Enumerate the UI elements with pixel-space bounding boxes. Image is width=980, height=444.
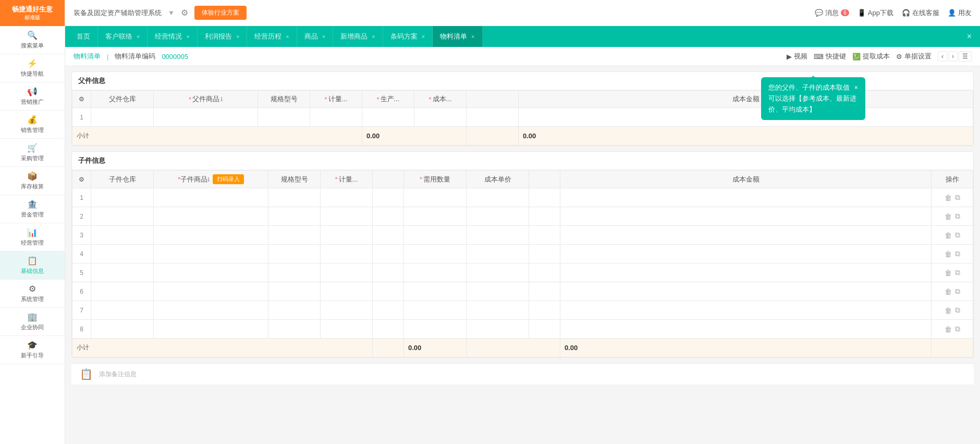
sidebar-item-marketing[interactable]: 📢 营销推广 xyxy=(0,82,65,111)
sidebar-item-purchase[interactable]: 🛒 采购管理 xyxy=(0,139,65,167)
tab-profit-close[interactable]: × xyxy=(236,33,239,40)
extract-cost-btn[interactable]: 💹 提取成本 xyxy=(852,52,890,61)
copy-icon-8[interactable]: ⧉ xyxy=(955,325,960,333)
child-row-spec-5[interactable] xyxy=(268,263,321,282)
tab-home[interactable]: 首页 xyxy=(69,26,98,47)
sidebar-item-enterprise[interactable]: 🏢 企业协同 xyxy=(0,308,65,336)
child-row-qty-3[interactable] xyxy=(404,226,467,245)
copy-icon-3[interactable]: ⧉ xyxy=(955,231,960,239)
child-row-warehouse-7[interactable] xyxy=(91,301,154,320)
copy-icon-5[interactable]: ⧉ xyxy=(955,268,960,277)
experience-btn[interactable]: 体验行业方案 xyxy=(194,6,247,20)
child-row-spec-3[interactable] xyxy=(268,226,321,245)
child-row-spec-2[interactable] xyxy=(268,207,321,226)
delete-icon-8[interactable]: 🗑 xyxy=(945,325,952,333)
child-row-warehouse-4[interactable] xyxy=(91,245,154,263)
note-label[interactable]: 添加备注信息 xyxy=(99,370,137,379)
delete-icon-3[interactable]: 🗑 xyxy=(945,231,952,239)
child-row-goods-4[interactable] xyxy=(154,245,268,263)
child-row-qty-7[interactable] xyxy=(404,301,467,320)
app-download-action[interactable]: 📱 App下载 xyxy=(858,8,893,18)
child-row-unit-4[interactable] xyxy=(321,245,373,263)
single-settings-btn[interactable]: ⚙ 单据设置 xyxy=(896,52,932,61)
child-row-unit-2[interactable] xyxy=(321,207,373,226)
child-row-spec-6[interactable] xyxy=(268,282,321,301)
child-row-goods-8[interactable] xyxy=(154,320,268,339)
sidebar-item-guide[interactable]: 🎓 新手引导 xyxy=(0,336,65,364)
child-row-warehouse-2[interactable] xyxy=(91,207,154,226)
child-row-goods-5[interactable] xyxy=(154,263,268,282)
tab-bom[interactable]: 物料清单 × xyxy=(433,26,482,47)
copy-icon-2[interactable]: ⧉ xyxy=(955,212,960,221)
copy-icon-1[interactable]: ⧉ xyxy=(955,193,960,202)
tab-goods-close[interactable]: × xyxy=(322,33,325,40)
message-action[interactable]: 💬 消息 6 xyxy=(815,8,849,18)
scan-input-btn[interactable]: 扫码录入 xyxy=(213,174,244,184)
tab-barcode[interactable]: 条码方案 × xyxy=(383,26,433,47)
tab-history-close[interactable]: × xyxy=(286,33,289,40)
child-row-qty-4[interactable] xyxy=(404,245,467,263)
delete-icon-1[interactable]: 🗑 xyxy=(945,194,952,202)
user-action[interactable]: 👤 用友 xyxy=(948,8,972,18)
tab-operations-close[interactable]: × xyxy=(186,33,189,40)
child-row-goods-3[interactable] xyxy=(154,226,268,245)
child-row-unitcost-3[interactable] xyxy=(467,226,529,245)
sidebar-item-quicknav[interactable]: ⚡ 快捷导航 xyxy=(0,54,65,82)
child-row-unit-3[interactable] xyxy=(321,226,373,245)
delete-icon-5[interactable]: 🗑 xyxy=(945,269,952,277)
child-row-spec-8[interactable] xyxy=(268,320,321,339)
sidebar-item-search[interactable]: 🔍 搜索菜单 xyxy=(0,26,65,54)
child-row-goods-2[interactable] xyxy=(154,207,268,226)
parent-row-produce[interactable] xyxy=(362,108,414,127)
child-row-qty-5[interactable] xyxy=(404,263,467,282)
tab-operations[interactable]: 经营情况 × xyxy=(148,26,197,47)
child-row-unit-7[interactable] xyxy=(321,301,373,320)
parent-row-cost[interactable] xyxy=(414,108,467,127)
child-row-unit-6[interactable] xyxy=(321,282,373,301)
child-row-spec-1[interactable] xyxy=(268,188,321,207)
th-child-settings[interactable]: ⚙ xyxy=(72,171,91,188)
tab-profit[interactable]: 利润报告 × xyxy=(198,26,247,47)
child-row-goods-7[interactable] xyxy=(154,301,268,320)
child-row-unitcost-6[interactable] xyxy=(467,282,529,301)
sidebar-item-system[interactable]: ⚙ 系统管理 xyxy=(0,280,65,308)
child-row-goods-6[interactable] xyxy=(154,282,268,301)
delete-icon-2[interactable]: 🗑 xyxy=(945,212,952,221)
copy-icon-6[interactable]: ⧉ xyxy=(955,287,960,296)
delete-icon-6[interactable]: 🗑 xyxy=(945,287,952,296)
child-row-unit-5[interactable] xyxy=(321,263,373,282)
copy-icon-7[interactable]: ⧉ xyxy=(955,306,960,315)
settings-icon[interactable]: ⚙ xyxy=(181,8,188,18)
parent-row-goods[interactable] xyxy=(154,108,258,127)
child-row-unitcost-1[interactable] xyxy=(467,188,529,207)
child-row-unitcost-7[interactable] xyxy=(467,301,529,320)
parent-row-unit[interactable] xyxy=(310,108,362,127)
delete-icon-4[interactable]: 🗑 xyxy=(945,250,952,258)
child-row-warehouse-5[interactable] xyxy=(91,263,154,282)
child-row-qty-1[interactable] xyxy=(404,188,467,207)
breadcrumb-bom[interactable]: 物料清单 xyxy=(74,52,101,61)
child-row-goods-1[interactable] xyxy=(154,188,268,207)
sidebar-item-finance[interactable]: 🏦 资金管理 xyxy=(0,195,65,223)
sidebar-item-inventory[interactable]: 📦 库存核算 xyxy=(0,167,65,195)
tab-goods[interactable]: 商品 × xyxy=(297,26,333,47)
sidebar-item-ops[interactable]: 📊 经营管理 xyxy=(0,223,65,251)
parent-row-spec[interactable] xyxy=(258,108,310,127)
child-row-warehouse-8[interactable] xyxy=(91,320,154,339)
tab-barcode-close[interactable]: × xyxy=(422,33,425,40)
tab-new-goods[interactable]: 新增商品 × xyxy=(333,26,383,47)
sidebar-item-sales[interactable]: 💰 销售管理 xyxy=(0,111,65,139)
tooltip-close-btn[interactable]: × xyxy=(854,82,858,93)
parent-row-extra[interactable] xyxy=(467,108,519,127)
child-row-qty-6[interactable] xyxy=(404,282,467,301)
child-row-qty-2[interactable] xyxy=(404,207,467,226)
child-row-unitcost-4[interactable] xyxy=(467,245,529,263)
child-row-unitcost-2[interactable] xyxy=(467,207,529,226)
tab-history[interactable]: 经营历程 × xyxy=(247,26,297,47)
tab-new-goods-close[interactable]: × xyxy=(372,33,375,40)
online-support-action[interactable]: 🎧 在线客服 xyxy=(902,8,939,18)
child-row-unit-8[interactable] xyxy=(321,320,373,339)
dropdown-icon[interactable]: ▼ xyxy=(168,9,175,17)
th-parent-settings[interactable]: ⚙ xyxy=(72,91,91,108)
child-row-warehouse-3[interactable] xyxy=(91,226,154,245)
